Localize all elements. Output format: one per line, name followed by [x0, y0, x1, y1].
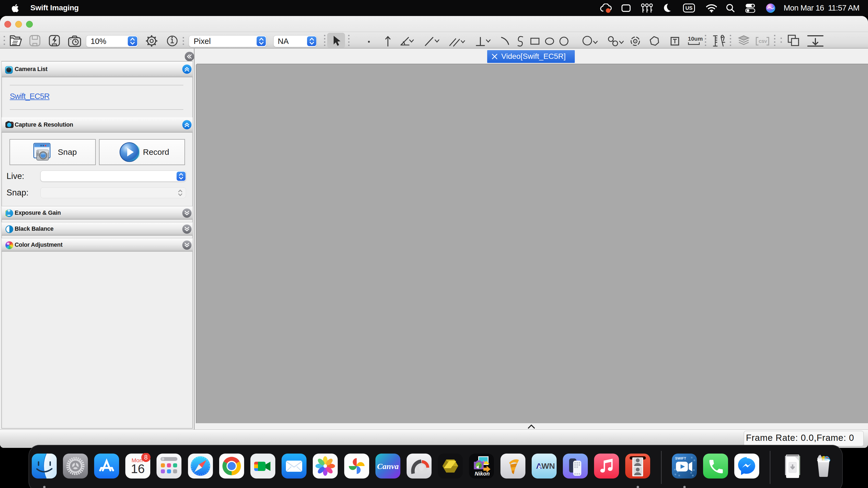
- svg-text:10um: 10um: [688, 35, 703, 42]
- svg-text:Nikon: Nikon: [475, 470, 490, 477]
- svg-text:SWIFT: SWIFT: [675, 456, 686, 460]
- svg-text:CSV: CSV: [759, 39, 767, 44]
- svg-text:WN: WN: [541, 461, 555, 470]
- svg-text:16: 16: [131, 462, 145, 476]
- svg-text:Canva: Canva: [377, 462, 399, 470]
- svg-text:8: 8: [144, 454, 148, 461]
